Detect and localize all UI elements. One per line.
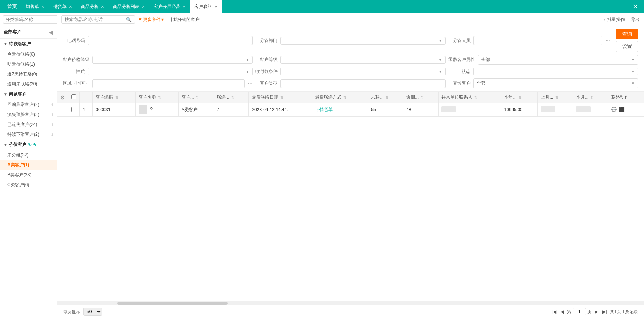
cell-last-method[interactable]: 下销货单 [312, 103, 368, 117]
per-page-label: 每页显示 [63, 309, 80, 315]
th-last-method[interactable]: 最后联络方式 ⇅ [312, 92, 368, 103]
close-product-analysis-tab[interactable]: ✕ [101, 4, 104, 9]
row-checkbox[interactable] [71, 107, 76, 112]
pending-arrow-icon: ▼ [4, 42, 7, 46]
nav-tab-customer-segmentation[interactable]: 客户分层经营 ✕ [149, 0, 190, 13]
sidebar-item-a-class[interactable]: A类客户(1) [0, 160, 57, 170]
footer-right: |◀ ◀ 第 页 ▶ ▶| 共1页 1条记录 [550, 308, 638, 315]
refresh-icon[interactable]: ↻ [28, 142, 32, 148]
sidebar-item-overdue-uncontact[interactable]: 逾期未联络(30) [0, 79, 57, 89]
horizontal-scrollbar[interactable] [57, 301, 644, 305]
sidebar-section-value[interactable]: ▼ 价值客户 ↻ ✎ [0, 139, 57, 150]
nav-home[interactable]: 首页 [3, 3, 21, 10]
region-more-btn[interactable]: ··· [248, 80, 253, 87]
page-number-input[interactable] [573, 308, 586, 315]
select-nature[interactable]: ▼ [88, 68, 253, 75]
select-payment[interactable]: ▼ [280, 68, 445, 75]
sidebar-item-ungroup[interactable]: 未分组(32) [0, 150, 57, 160]
sidebar-item-repurchase-abnormal[interactable]: 回购异常客户(2) ℹ [0, 100, 57, 110]
more-filter-btn[interactable]: ▼ 更多条件 ▾ [138, 17, 164, 23]
message-icon[interactable]: 💬 [611, 107, 617, 112]
settings-btn[interactable]: 设置 [616, 41, 638, 52]
input-customer-type[interactable] [280, 79, 445, 88]
sidebar-item-7days-pending[interactable]: 近7天待联络(0) [0, 69, 57, 79]
nav-tab-purchase[interactable]: 进货单 ✕ [49, 0, 76, 13]
close-purchase-tab[interactable]: ✕ [69, 4, 72, 9]
prev-page-btn[interactable]: ◀ [559, 308, 565, 315]
select-retail-attr[interactable]: 全部 ▼ [478, 55, 638, 65]
th-checkbox[interactable] [68, 92, 80, 103]
nav-tab-sales[interactable]: 销售单 ✕ [21, 0, 49, 13]
select-price-level[interactable]: ▼ [92, 56, 253, 64]
nav-tab-product-analysis-list[interactable]: 商品分析列表 ✕ [108, 0, 149, 13]
last-method-link[interactable]: 下销货单 [315, 107, 333, 112]
select-customer-level[interactable]: ▼ [280, 56, 445, 64]
sidebar: 🔍 全部客户 ◀ ▼ 待联络客户 今天待联络(0) 明天待联络(1) 近7天待联… [0, 13, 57, 318]
select-dept[interactable]: ▼ [280, 37, 445, 45]
qr-icon[interactable]: ⬛ [619, 107, 625, 112]
nav-tab-customer-contact[interactable]: 客户联络 ✕ [190, 0, 222, 13]
th-this-month[interactable]: 本月... ⇅ [573, 92, 608, 103]
sidebar-item-declining[interactable]: 持续下滑客户(2) ℹ [0, 130, 57, 139]
search-input[interactable] [65, 17, 126, 22]
input-phone[interactable] [88, 36, 253, 45]
scrollbar-thumb[interactable] [117, 302, 228, 305]
query-btn[interactable]: 查询 [616, 29, 638, 39]
first-page-btn[interactable]: |◀ [550, 308, 558, 315]
cell-action[interactable]: 💬 ⬛ [608, 103, 644, 117]
per-page-select[interactable]: 50 100 200 [83, 308, 102, 316]
cell-this-year: 10995.00 [501, 103, 538, 117]
close-sales-tab[interactable]: ✕ [41, 4, 44, 9]
content-area: 🔍 ▼ 更多条件 ▾ 我分管的客户 ☑ 批量操作 ↑ 导出 [57, 13, 644, 318]
info-icon-lost-warning: ℹ [51, 113, 53, 117]
close-product-analysis-list-tab[interactable]: ✕ [142, 4, 145, 9]
manager-more-btn[interactable]: ··· [605, 37, 610, 44]
th-overdue[interactable]: 逾期... ⇅ [403, 92, 439, 103]
sort-contact-icon: ⇅ [231, 95, 234, 99]
sidebar-section-pending[interactable]: ▼ 待联络客户 [0, 39, 57, 49]
my-customer-checkbox-area[interactable]: 我分管的客户 [167, 17, 200, 23]
search-icon[interactable]: 🔍 [126, 17, 132, 22]
label-customer-level: 客户等级 [255, 57, 278, 63]
select-all-checkbox[interactable] [71, 94, 76, 99]
sidebar-item-c-class[interactable]: C类客户(6) [0, 180, 57, 190]
nav-tab-product-analysis[interactable]: 商品分析 ✕ [76, 0, 108, 13]
th-last-month[interactable]: 上月... ⇅ [538, 92, 573, 103]
sidebar-search-input[interactable] [3, 15, 57, 24]
my-customer-checkbox[interactable] [167, 17, 172, 22]
sidebar-item-tomorrow-pending[interactable]: 明天待联络(1) [0, 59, 57, 69]
cell-check[interactable] [68, 103, 80, 117]
th-name[interactable]: 客户名称 ⇅ [135, 92, 178, 103]
th-last-date[interactable]: 最后联络日期 ⇅ [249, 92, 312, 103]
th-uncontact[interactable]: 未联... ⇅ [368, 92, 403, 103]
sidebar-item-lost-warning[interactable]: 流失预警客户(3) ℹ [0, 110, 57, 120]
label-status: 状态 [448, 68, 471, 75]
sidebar-collapse-icon[interactable]: ◀ [49, 29, 53, 35]
th-type[interactable]: 客户... ⇅ [178, 92, 214, 103]
input-region[interactable] [92, 79, 245, 88]
close-customer-segmentation-tab[interactable]: ✕ [182, 4, 186, 9]
gear-icon[interactable]: ⚙ [60, 95, 65, 100]
last-page-btn[interactable]: ▶| [601, 308, 608, 315]
th-gear[interactable]: ⚙ [57, 92, 68, 103]
next-page-btn[interactable]: ▶ [593, 308, 600, 315]
filter-row-customer-type: 客户类型 [255, 78, 445, 88]
th-visit-contact[interactable]: 往来单位联系人 ⇅ [439, 92, 501, 103]
close-customer-contact-tab[interactable]: ✕ [214, 4, 218, 9]
sidebar-item-lost[interactable]: 已流失客户(24) ℹ [0, 120, 57, 130]
sidebar-item-today-pending[interactable]: 今天待联络(0) [0, 49, 57, 59]
global-close-btn[interactable]: ✕ [630, 3, 641, 11]
select-status[interactable]: ▼ [473, 68, 638, 75]
input-manager[interactable] [473, 36, 602, 45]
th-contact[interactable]: 联络... ⇅ [214, 92, 249, 103]
batch-op-btn[interactable]: ☑ 批量操作 [602, 17, 625, 23]
sidebar-section-problem[interactable]: ▼ 问题客户 [0, 89, 57, 100]
edit-group-icon[interactable]: ✎ [33, 142, 37, 148]
th-this-year[interactable]: 本年... ⇅ [501, 92, 538, 103]
th-code[interactable]: 客户编码 ⇅ [93, 92, 136, 103]
sidebar-item-b-class[interactable]: B类客户(33) [0, 170, 57, 180]
export-btn[interactable]: ↑ 导出 [628, 17, 640, 23]
select-retail-customer[interactable]: 全部 ▼ [473, 78, 638, 88]
retail-attr-arrow-icon: ▼ [631, 58, 635, 62]
cell-uncontact: 55 [368, 103, 403, 117]
